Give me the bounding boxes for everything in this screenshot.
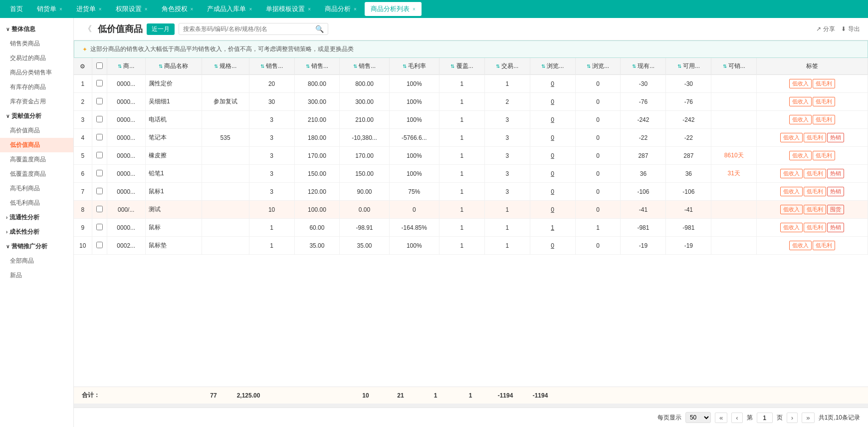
row-checkbox[interactable]: [92, 147, 107, 165]
nav-tab-home[interactable]: 首页: [4, 2, 29, 16]
row-checkbox[interactable]: [92, 111, 107, 129]
sidebar-item-category-rate[interactable]: 商品分类销售率: [0, 65, 73, 80]
sidebar-item-capital[interactable]: 库存资金占用: [0, 94, 73, 109]
row-select-checkbox[interactable]: [96, 242, 103, 248]
nav-tab-permission[interactable]: 权限设置 ×: [110, 2, 154, 16]
nav-tab-goods-list[interactable]: 商品分析列表 ×: [365, 2, 422, 16]
close-icon[interactable]: ×: [191, 6, 194, 12]
close-icon[interactable]: ×: [354, 6, 357, 12]
col-avail-header[interactable]: ⇅ 可用...: [666, 58, 711, 75]
row-view1[interactable]: 0: [530, 147, 575, 165]
row-checkbox[interactable]: [92, 183, 107, 201]
sidebar-item-low-coverage[interactable]: 低覆盖度商品: [0, 167, 73, 181]
row-checkbox[interactable]: [92, 75, 107, 93]
col-sale1-header[interactable]: ⇅ 销售...: [294, 58, 340, 75]
row-view1[interactable]: 0: [530, 93, 575, 111]
close-icon[interactable]: ×: [308, 6, 311, 12]
view1-link[interactable]: 0: [551, 170, 554, 177]
sidebar-item-sales-goods[interactable]: 销售类商品: [0, 36, 73, 51]
sidebar-item-low-margin[interactable]: 低毛利商品: [0, 196, 73, 210]
page-size-select[interactable]: 50 20 100: [685, 412, 711, 423]
sidebar-item-high-coverage[interactable]: 高覆盖度商品: [0, 152, 73, 167]
row-checkbox[interactable]: [92, 237, 107, 255]
row-checkbox[interactable]: [92, 93, 107, 111]
row-checkbox[interactable]: [92, 129, 107, 147]
col-code-header[interactable]: ⇅ 商...: [107, 58, 145, 75]
col-saleable-header[interactable]: ⇅ 可销...: [711, 58, 757, 75]
row-select-checkbox[interactable]: [96, 134, 103, 140]
row-view1[interactable]: 0: [530, 183, 575, 201]
select-all-checkbox[interactable]: [96, 62, 103, 69]
prev-page-button[interactable]: ‹: [731, 413, 742, 423]
share-button[interactable]: ↗ 分享: [816, 25, 835, 33]
sidebar-group-overall[interactable]: ∨ 整体信息: [0, 22, 73, 36]
sidebar-item-traded-goods[interactable]: 交易过的商品: [0, 51, 73, 65]
col-trade-header[interactable]: ⇅ 交易...: [484, 58, 530, 75]
sidebar-group-contribution[interactable]: ∨ 贡献值分析: [0, 109, 73, 123]
row-select-checkbox[interactable]: [96, 170, 103, 176]
row-select-checkbox[interactable]: [96, 188, 103, 194]
nav-tab-goods-analysis[interactable]: 商品分析 ×: [319, 2, 363, 16]
view1-link[interactable]: 1: [551, 224, 554, 231]
col-qty-header[interactable]: ⇅ 销售...: [249, 58, 294, 75]
search-input[interactable]: [183, 25, 313, 32]
view1-link[interactable]: 0: [551, 152, 554, 159]
row-checkbox[interactable]: [92, 219, 107, 237]
row-view1[interactable]: 0: [530, 165, 575, 183]
row-select-checkbox[interactable]: [96, 80, 103, 86]
row-select-checkbox[interactable]: [96, 206, 103, 212]
col-view1-header[interactable]: ⇅ 浏览...: [530, 58, 575, 75]
view1-link[interactable]: 0: [551, 98, 554, 105]
row-select-checkbox[interactable]: [96, 116, 103, 122]
close-icon[interactable]: ×: [249, 6, 252, 12]
col-cover-header[interactable]: ⇅ 覆盖...: [439, 58, 484, 75]
row-view1[interactable]: 0: [530, 129, 575, 147]
row-view1[interactable]: 0: [530, 237, 575, 255]
nav-tab-sales[interactable]: 销货单 ×: [31, 2, 68, 16]
col-sale2-header[interactable]: ⇅ 销售...: [340, 58, 389, 75]
row-view1[interactable]: 0: [530, 75, 575, 93]
sidebar-item-high-margin[interactable]: 高毛利商品: [0, 181, 73, 196]
first-page-button[interactable]: «: [715, 413, 727, 423]
horizontal-scrollbar[interactable]: [74, 404, 868, 408]
row-checkbox[interactable]: [92, 165, 107, 183]
close-icon[interactable]: ×: [59, 6, 62, 12]
col-settings[interactable]: ⚙: [74, 58, 92, 75]
nav-tab-role[interactable]: 角色授权 ×: [156, 2, 200, 16]
nav-tab-template[interactable]: 单据模板设置 ×: [260, 2, 317, 16]
row-select-checkbox[interactable]: [96, 224, 103, 230]
close-icon[interactable]: ×: [145, 6, 148, 12]
row-view1[interactable]: 1: [530, 219, 575, 237]
view1-link[interactable]: 0: [551, 188, 554, 195]
view1-link[interactable]: 0: [551, 116, 554, 123]
view1-link[interactable]: 0: [551, 242, 554, 249]
sidebar-item-new-goods[interactable]: 新品: [0, 268, 73, 283]
col-gross-header[interactable]: ⇅ 毛利率: [389, 58, 439, 75]
view1-link[interactable]: 0: [551, 206, 554, 213]
col-stock-header[interactable]: ⇅ 现有...: [621, 58, 666, 75]
sidebar-item-low-value[interactable]: 低价值商品: [0, 138, 73, 152]
page-number-input[interactable]: [757, 413, 773, 423]
row-view1[interactable]: 0: [530, 111, 575, 129]
sidebar-group-marketing[interactable]: ∨ 营销推广分析: [0, 239, 73, 254]
sidebar-group-growth[interactable]: › 成长性分析: [0, 225, 73, 239]
search-icon[interactable]: 🔍: [315, 25, 324, 33]
row-select-checkbox[interactable]: [96, 152, 103, 158]
nav-tab-purchase[interactable]: 进货单 ×: [70, 2, 108, 16]
col-name-header[interactable]: ⇅ 商品名称: [145, 58, 202, 75]
close-icon[interactable]: ×: [413, 6, 416, 12]
sidebar-item-high-value[interactable]: 高价值商品: [0, 123, 73, 138]
col-view2-header[interactable]: ⇅ 浏览...: [575, 58, 621, 75]
view1-link[interactable]: 0: [551, 134, 554, 141]
col-spec-header[interactable]: ⇅ 规格...: [202, 58, 249, 75]
close-icon[interactable]: ×: [99, 6, 102, 12]
export-button[interactable]: ⬇ 导出: [841, 25, 860, 33]
table-container[interactable]: ⚙ ⇅ 商... ⇅ 商品名称 ⇅ 规格...: [74, 58, 868, 387]
nav-tab-product-in[interactable]: 产成品入库单 ×: [201, 2, 258, 16]
last-page-button[interactable]: »: [802, 413, 814, 423]
collapse-button[interactable]: 《: [82, 24, 94, 34]
sidebar-group-circulation[interactable]: › 流通性分析: [0, 210, 73, 225]
next-page-button[interactable]: ›: [787, 413, 798, 423]
filter-button[interactable]: 近一月: [147, 23, 175, 35]
row-view1[interactable]: 0: [530, 201, 575, 219]
